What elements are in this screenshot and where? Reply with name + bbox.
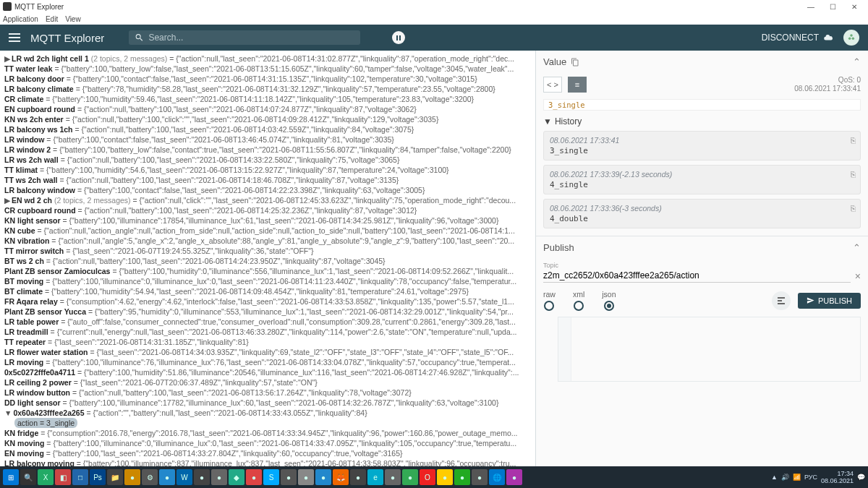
menu-application[interactable]: Application (3, 15, 38, 23)
tree-row[interactable]: CR cupboard round = {"action":null,"batt… (4, 205, 531, 215)
tray-icon[interactable]: ▲ (771, 474, 778, 481)
copy-icon[interactable] (571, 58, 579, 67)
taskbar-item[interactable]: ● (454, 469, 470, 485)
tree-row[interactable]: LR window button = {"action":null,"batte… (4, 388, 531, 398)
taskbar-item[interactable]: ◆ (229, 469, 244, 485)
history-header[interactable]: ▼History (536, 114, 868, 129)
tree-row[interactable]: LR window = {"battery":100,"contact":fal… (4, 134, 531, 145)
history-list[interactable]: 08.06.2021 17:33:413_single⎘08.06.2021 1… (536, 129, 868, 236)
tree-row[interactable]: FR Aqara relay = {"consumption":4.62,"en… (4, 296, 531, 307)
taskbar-item[interactable]: ● (246, 469, 262, 485)
taskbar-item[interactable]: ● (281, 469, 297, 485)
format-json[interactable]: json (602, 290, 616, 311)
tree-row[interactable]: 0x5c0272fffe0a4711 = {"battery":100,"hum… (4, 367, 531, 377)
tray-lang[interactable]: РУС (804, 474, 817, 481)
search-box[interactable] (129, 30, 360, 45)
copy-icon[interactable]: ⎘ (851, 204, 856, 213)
taskbar-item[interactable]: ● (402, 469, 418, 485)
tree-row[interactable]: KN ws 2ch enter = {"action":null,"batter… (4, 114, 531, 124)
tree-row[interactable]: DD light sensor = {"battery":100,"illumi… (4, 398, 531, 408)
tree-row[interactable]: LR flower water station = {"last_seen":"… (4, 347, 531, 357)
taskbar-item[interactable]: e (367, 469, 383, 485)
taskbar-item[interactable]: ● (506, 469, 522, 485)
tree-row[interactable]: LR ws 2ch wall = {"action":null,"battery… (4, 155, 531, 165)
tree-row[interactable]: BT moving = {"battery":100,"illuminance"… (4, 276, 531, 286)
hamburger-icon[interactable] (9, 33, 20, 42)
tree-sub-row[interactable]: action = 3_single (4, 418, 531, 428)
taskbar-item[interactable]: ◧ (55, 469, 71, 485)
system-tray[interactable]: ▲ 🔊 📶 РУС 17:34 08.06.2021 💬 (771, 470, 865, 484)
window-minimize[interactable]: — (800, 0, 822, 13)
tree-row[interactable]: TT water leak = {"battery":100,"battery_… (4, 64, 531, 74)
tree-row[interactable]: LR table power = {"auto_off":false,"cons… (4, 317, 531, 327)
taskbar-item[interactable]: ● (298, 469, 314, 485)
search-input[interactable] (148, 33, 354, 43)
tree-row[interactable]: LR ceiling 2 power = {"last_seen":"2021-… (4, 377, 531, 388)
taskbar-item[interactable]: 🌐 (489, 469, 505, 485)
avatar[interactable] (843, 30, 859, 46)
tree-row[interactable]: LR window 2 = {"battery":100,"battery_lo… (4, 145, 531, 155)
format-button[interactable] (772, 291, 791, 310)
tree-row[interactable]: ▶EN wd 2 ch (2 topics, 2 messages) = {"a… (4, 195, 531, 205)
taskbar[interactable]: ⊞ 🔍 X ◧ □ Ps 📁 ● ⚙ ● W ● ● ◆ ● S ● ● ● 🦊… (0, 466, 868, 488)
taskbar-item[interactable]: 🦊 (333, 469, 349, 485)
disconnect-button[interactable]: DISCONNECT (762, 33, 833, 43)
start-button[interactable]: ⊞ (3, 469, 19, 485)
tree-row[interactable]: KN cube = {"action":null,"action_angle":… (4, 226, 531, 236)
history-card[interactable]: 08.06.2021 17:33:413_single⎘ (543, 131, 861, 160)
publish-editor[interactable] (558, 317, 861, 382)
menu-edit[interactable]: Edit (46, 15, 58, 23)
tree-row[interactable]: BT ws 2 ch = {"action":null,"battery":10… (4, 256, 531, 266)
taskbar-item[interactable]: ● (194, 469, 210, 485)
tree-row[interactable]: KN moving = {"battery":100,"illuminance"… (4, 438, 531, 448)
value-header[interactable]: Value ⌃ (536, 51, 868, 73)
tray-icon[interactable]: 📶 (793, 474, 801, 481)
copy-icon[interactable]: ⎘ (851, 170, 856, 179)
taskbar-item[interactable]: ● (385, 469, 401, 485)
tree-row[interactable]: KN light sensor = {"battery":100,"illumi… (4, 215, 531, 226)
copy-icon[interactable]: ⎘ (851, 136, 856, 145)
taskbar-item[interactable]: ● (350, 469, 366, 485)
taskbar-item[interactable]: 📁 (107, 469, 123, 485)
tray-icon[interactable]: 🔊 (781, 474, 789, 481)
tree-row[interactable]: CR climate = {"battery":100,"humidity":5… (4, 94, 531, 104)
taskbar-item[interactable]: ● (472, 469, 488, 485)
tree-row[interactable]: LR balcony door = {"battery":100,"contac… (4, 74, 531, 84)
taskbar-item[interactable]: O (420, 469, 435, 485)
tree-row[interactable]: ▼0x60a423fffee2a265 = {"action":"","batt… (4, 408, 531, 418)
format-raw[interactable]: raw (543, 290, 556, 311)
tree-row[interactable]: EN cupboard round = {"action":null,"batt… (4, 104, 531, 114)
taskbar-item[interactable]: ● (315, 469, 331, 485)
topic-input[interactable] (543, 269, 851, 283)
view-text-button[interactable]: ≡ (568, 77, 587, 93)
tree-row[interactable]: LR treadmill = {"current":null,"energy":… (4, 327, 531, 337)
tree-row[interactable]: ▶LR wd 2ch light cell 1 (2 topics, 2 mes… (4, 53, 531, 64)
taskbar-item[interactable]: ● (437, 469, 453, 485)
history-card[interactable]: 08.06.2021 17:33:36(-3 seconds)4_double⎘ (543, 199, 861, 228)
tree-row[interactable]: KN fridge = {"consumption":2016.78,"ener… (4, 428, 531, 438)
taskbar-item[interactable]: S (263, 469, 279, 485)
topic-tree[interactable]: ▶LR wd 2ch light cell 1 (2 topics, 2 mes… (0, 51, 535, 466)
tree-row[interactable]: LR balcony climate = {"battery":78,"humi… (4, 84, 531, 94)
tree-row[interactable]: BT climate = {"battery":100,"humidity":5… (4, 286, 531, 296)
tree-row[interactable]: TT klimat = {"battery":100,"humidity":54… (4, 165, 531, 175)
tree-row[interactable]: TT ws 2ch wall = {"action":null,"battery… (4, 175, 531, 185)
tree-row[interactable]: EN moving = {"battery":100,"last_seen":"… (4, 448, 531, 458)
pause-button[interactable] (392, 31, 405, 44)
taskbar-item[interactable]: ● (124, 469, 140, 485)
format-xml[interactable]: xml (573, 290, 584, 311)
taskbar-clock[interactable]: 17:34 08.06.2021 (821, 470, 854, 484)
window-maximize[interactable]: ☐ (822, 0, 843, 13)
tree-row[interactable]: TT mirror switch = {"last_seen":"2021-06… (4, 246, 531, 256)
menu-view[interactable]: View (65, 15, 81, 23)
tree-row[interactable]: LR balcony moving = {"battery":100,"illu… (4, 458, 531, 466)
tree-row[interactable]: LR moving = {"battery":100,"illuminance"… (4, 357, 531, 367)
window-close[interactable]: ✕ (843, 0, 865, 13)
tree-row[interactable]: TT repeater = {"last_seen":"2021-06-08T1… (4, 337, 531, 347)
taskbar-item[interactable]: ⚙ (142, 469, 158, 485)
clear-topic-icon[interactable]: × (855, 270, 861, 282)
history-card[interactable]: 08.06.2021 17:33:39(-2.13 seconds)4_sing… (543, 165, 861, 194)
tree-row[interactable]: KN vibration = {"action":null,"angle":5,… (4, 236, 531, 246)
taskbar-item[interactable]: ● (159, 469, 175, 485)
taskbar-item[interactable]: ● (211, 469, 227, 485)
